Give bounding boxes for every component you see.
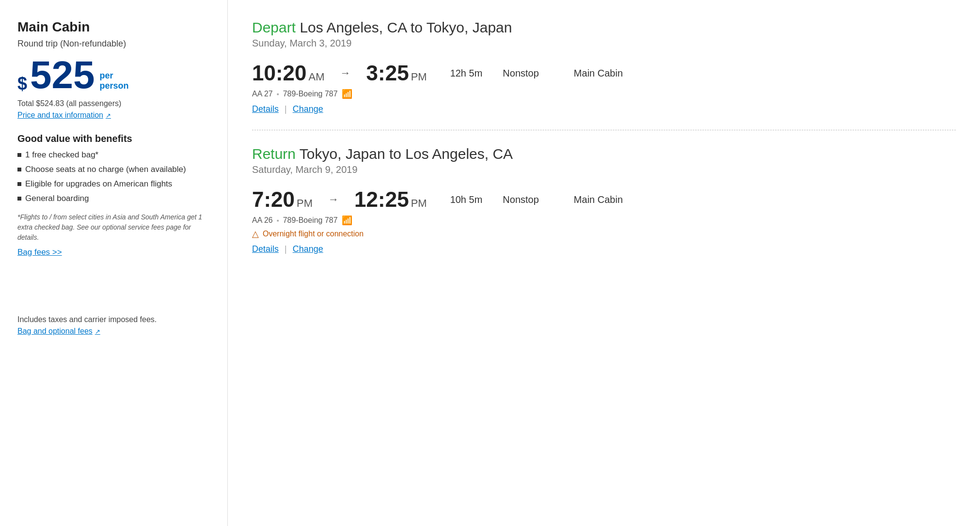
depart-flight-code: AA 27 — [252, 90, 273, 98]
arrow-icon: → — [340, 67, 351, 79]
depart-details-link[interactable]: Details — [252, 104, 279, 114]
footnote: *Flights to / from select cities in Asia… — [17, 212, 210, 243]
return-aircraft: 789-Boeing 787 — [283, 216, 338, 225]
return-section: Return Tokyo, Japan to Los Angeles, CA S… — [252, 146, 956, 254]
return-nonstop: Nonstop — [503, 194, 539, 205]
return-arrive-suffix: PM — [411, 197, 427, 209]
return-arrive-time: 12:25PM — [354, 189, 427, 210]
bullet-icon — [17, 182, 21, 186]
return-flight-info: AA 26 ▪ 789-Boeing 787 📶 — [252, 215, 956, 226]
arrive-time-suffix: PM — [411, 71, 427, 83]
list-item: Eligible for upgrades on American flight… — [17, 179, 210, 189]
return-duration: 10h 5m — [450, 194, 483, 205]
overnight-warning-text: Overnight flight or connection — [263, 230, 364, 238]
pipe-separator: | — [285, 104, 287, 114]
external-link-icon-2: ↗︎ — [95, 328, 100, 335]
dollar-sign: $ — [17, 75, 27, 93]
bullet-icon — [17, 168, 21, 171]
return-departure-time: 7:20PM — [252, 189, 313, 210]
depart-change-link[interactable]: Change — [293, 104, 323, 114]
depart-arrive-time: 3:25PM — [366, 62, 427, 84]
cabin-title: Main Cabin — [17, 19, 210, 35]
return-action-word: Return — [252, 146, 296, 162]
depart-route-text: Los Angeles, CA to Tokyo, Japan — [300, 19, 512, 35]
depart-time-suffix: AM — [309, 71, 325, 83]
return-route-title: Return Tokyo, Japan to Los Angeles, CA — [252, 146, 956, 162]
total-price: Total $524.83 (all passengers) — [17, 99, 210, 108]
return-date: Saturday, March 9, 2019 — [252, 164, 956, 175]
wifi-icon: 📶 — [342, 89, 352, 99]
bag-fees-link[interactable]: Bag fees >> — [17, 248, 210, 257]
price-amount: 525 — [30, 56, 95, 94]
left-panel: Main Cabin Round trip (Non-refundable) $… — [0, 0, 228, 526]
bullet-icon — [17, 197, 21, 201]
depart-links-row: Details | Change — [252, 104, 956, 114]
bullet-icon — [17, 153, 21, 157]
section-divider — [252, 130, 956, 130]
depart-duration: 12h 5m — [450, 68, 483, 79]
return-links-row: Details | Change — [252, 244, 956, 254]
depart-action-word: Depart — [252, 19, 296, 35]
depart-section: Depart Los Angeles, CA to Tokyo, Japan S… — [252, 19, 956, 114]
list-item: 1 free checked bag* — [17, 150, 210, 160]
warning-triangle-icon: △ — [252, 229, 259, 239]
dot-separator: ▪ — [277, 90, 279, 98]
external-link-icon: ↗︎ — [106, 112, 111, 119]
return-route-text: Tokyo, Japan to Los Angeles, CA — [300, 146, 513, 162]
benefits-title: Good value with benefits — [17, 133, 210, 144]
price-row: $ 525 perperson — [17, 56, 210, 94]
depart-times-row: 10:20AM → 3:25PM 12h 5m Nonstop Main Cab… — [252, 62, 956, 84]
right-panel: Depart Los Angeles, CA to Tokyo, Japan S… — [228, 0, 980, 526]
return-dot-separator: ▪ — [277, 217, 279, 224]
round-trip-label: Round trip (Non-refundable) — [17, 39, 210, 49]
return-wifi-icon: 📶 — [342, 215, 352, 226]
depart-route-title: Depart Los Angeles, CA to Tokyo, Japan — [252, 19, 956, 36]
depart-flight-info: AA 27 ▪ 789-Boeing 787 📶 — [252, 89, 956, 99]
return-flight-code: AA 26 — [252, 216, 273, 225]
return-change-link[interactable]: Change — [293, 244, 323, 254]
depart-departure-time: 10:20AM — [252, 62, 325, 84]
return-details-link[interactable]: Details — [252, 244, 279, 254]
per-person: perperson — [100, 71, 129, 92]
return-depart-suffix: PM — [297, 197, 313, 209]
depart-nonstop: Nonstop — [503, 68, 539, 79]
depart-cabin-type: Main Cabin — [574, 68, 623, 79]
depart-aircraft: 789-Boeing 787 — [283, 90, 338, 98]
price-tax-link[interactable]: Price and tax information ↗︎ — [17, 111, 210, 120]
return-arrow-icon: → — [328, 193, 339, 206]
return-cabin-type: Main Cabin — [574, 194, 623, 205]
includes-text: Includes taxes and carrier imposed fees. — [17, 315, 210, 324]
list-item: General boarding — [17, 194, 210, 203]
return-pipe-separator: | — [285, 244, 287, 254]
return-times-row: 7:20PM → 12:25PM 10h 5m Nonstop Main Cab… — [252, 189, 956, 210]
bag-optional-fees-link[interactable]: Bag and optional fees ↗︎ — [17, 327, 210, 336]
depart-date: Sunday, March 3, 2019 — [252, 38, 956, 49]
list-item: Choose seats at no charge (when availabl… — [17, 165, 210, 174]
overnight-warning: △ Overnight flight or connection — [252, 229, 956, 239]
benefits-list: 1 free checked bag* Choose seats at no c… — [17, 150, 210, 203]
